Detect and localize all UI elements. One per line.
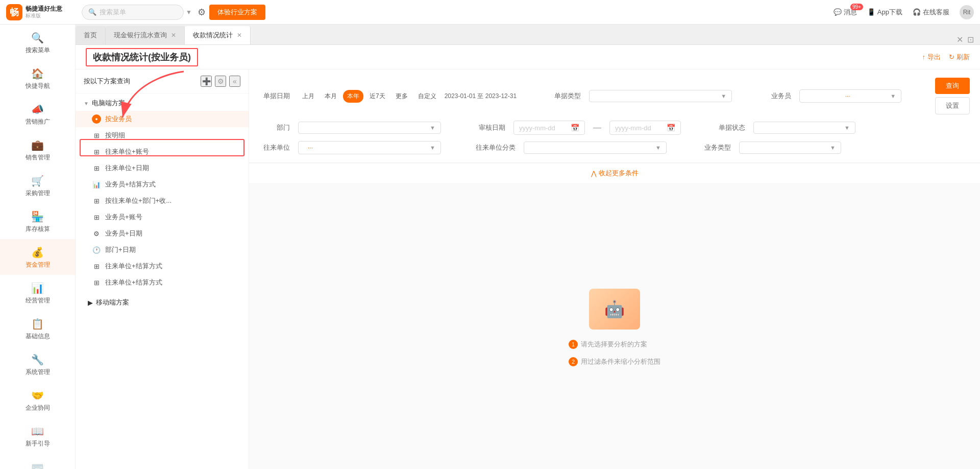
date-btn-this-year[interactable]: 本年 [343, 90, 363, 103]
search-dropdown-btn[interactable]: ▼ [184, 7, 194, 17]
business-type-select[interactable]: ▼ [739, 142, 841, 154]
scheme-item-by-detail-label: 按明细 [105, 131, 125, 140]
sidebar-item-nav[interactable]: 🏠 快捷导航 [0, 60, 75, 96]
scheme-item-unit-dept[interactable]: ⊞ 按往来单位+部门+收... [76, 193, 249, 209]
online-service-area[interactable]: 🎧 在线客服 [913, 8, 949, 17]
grid-icon-2: ⊞ [92, 147, 101, 156]
sidebar-item-marketing[interactable]: 📣 营销推广 [0, 96, 75, 132]
app-download-area[interactable]: 📱 App下载 [867, 8, 902, 17]
dept-chevron: ▼ [430, 125, 435, 131]
purchase-icon: 🛒 [31, 175, 44, 187]
date-btn-this-month[interactable]: 本月 [321, 90, 341, 103]
scheme-item-unit-settle1[interactable]: ⊞ 往来单位+结算方式 [76, 258, 249, 274]
date-btn-custom[interactable]: 自定义 [414, 90, 440, 103]
scheme-item-unit-dept-label: 按往来单位+部门+收... [105, 196, 172, 205]
voucher-status-select[interactable]: ▼ [753, 122, 855, 134]
staff-more-btn[interactable]: ··· [845, 92, 850, 100]
collapse-label: 收起更多条件 [599, 169, 639, 178]
guide-icon: 📖 [31, 425, 44, 437]
voucher-type-select[interactable]: ▼ [589, 90, 732, 102]
page-actions: ↑ 导出 ↻ 刷新 [922, 53, 970, 62]
tab-receipt[interactable]: 收款情况统计 ✕ [185, 26, 251, 44]
sidebar-item-basic[interactable]: 📋 基础信息 [0, 311, 75, 346]
page-header: 收款情况统计(按业务员) ↑ 导出 ↻ 刷新 [76, 45, 980, 69]
messages-area[interactable]: 💬 消息 99+ [834, 8, 857, 17]
calendar-to-icon[interactable]: 📅 [667, 124, 675, 132]
tab-home-label: 首页 [84, 31, 97, 40]
scheme-item-staff-settle-label: 业务员+结算方式 [105, 180, 156, 189]
date-btn-more[interactable]: 更多 [391, 90, 412, 103]
counterpart-classify-select[interactable]: ▼ [524, 142, 667, 154]
export-label: 导出 [927, 53, 941, 62]
dept-select[interactable]: ▼ [298, 122, 441, 134]
counterpart-select[interactable]: ··· ▼ [298, 141, 441, 154]
scheme-header-label: 按以下方案查询 [84, 77, 130, 86]
tab-right-controls: ✕ ⊡ [950, 35, 980, 44]
desktop-group-label: 电脑端方案 [92, 99, 125, 108]
tab-bank-close[interactable]: ✕ [171, 32, 176, 39]
scheme-item-unit-date[interactable]: ⊞ 往来单位+日期 [76, 160, 249, 176]
scheme-collapse-btn[interactable]: « [229, 76, 240, 87]
collapse-row[interactable]: ⋀ 收起更多条件 [249, 163, 980, 183]
mobile-group-header[interactable]: ▶ 移动端方案 [76, 295, 249, 310]
mobile-scheme-group: ▶ 移动端方案 [76, 293, 249, 312]
group-expand-arrow: ▼ [84, 101, 89, 106]
calendar-from-icon[interactable]: 📅 [571, 124, 579, 132]
filter-section: 单据日期 上月 本月 本年 近7天 更多 自定义 2023-01-01 至 20… [249, 69, 980, 163]
scheme-settings-btn[interactable]: ⚙ [215, 76, 226, 87]
voucher-status-chevron: ▼ [844, 125, 850, 131]
sidebar-item-search[interactable]: 🔍 搜索菜单 [0, 25, 75, 60]
scheme-item-by-detail[interactable]: ⊞ 按明细 [76, 127, 249, 144]
review-date-from-value: yyyy-mm-dd [519, 124, 555, 132]
scheme-item-unit-account-label: 往来单位+账号 [105, 147, 149, 156]
sidebar-item-hardware[interactable]: ⌨️ 智能硬件 [0, 454, 75, 469]
scheme-item-unit-account[interactable]: ⊞ 往来单位+账号 [76, 144, 249, 160]
scheme-item-staff-date-label: 业务员+日期 [105, 229, 142, 238]
review-date-from[interactable]: yyyy-mm-dd 📅 [513, 121, 585, 135]
date-btn-last-month[interactable]: 上月 [298, 90, 318, 103]
add-scheme-btn[interactable]: ➕ [201, 76, 212, 87]
scheme-item-staff-account[interactable]: ⊞ 业务员+账号 [76, 209, 249, 225]
user-avatar[interactable]: Rit [960, 5, 974, 19]
export-btn[interactable]: ↑ 导出 [922, 53, 941, 62]
maximize-window-icon[interactable]: ⊡ [967, 35, 974, 44]
scheme-item-unit-settle2[interactable]: ⊞ 往来单位+结算方式 [76, 274, 249, 291]
step-2-text: 用过滤条件来缩小分析范围 [581, 355, 660, 368]
sidebar-item-system[interactable]: 🔧 系统管理 [0, 346, 75, 382]
step-2-num: 2 [569, 357, 578, 366]
settings-icon[interactable]: ⚙ [194, 5, 209, 20]
app-download-label: App下载 [877, 8, 902, 17]
sidebar-item-operations[interactable]: 📊 经营管理 [0, 275, 75, 311]
sidebar-item-finance[interactable]: 💰 资金管理 [0, 239, 75, 275]
step-1-num: 1 [569, 340, 578, 349]
settings-button[interactable]: 设置 [935, 97, 970, 114]
search-box[interactable]: 🔍 搜索菜单 [82, 5, 184, 20]
review-date-to[interactable]: yyyy-mm-dd 📅 [609, 121, 681, 135]
tab-receipt-close[interactable]: ✕ [237, 32, 242, 39]
date-btn-7days[interactable]: 近7天 [365, 90, 389, 103]
counterpart-classify-label: 往来单位分类 [470, 143, 516, 152]
tab-home[interactable]: 首页 [76, 26, 106, 44]
refresh-btn[interactable]: ↻ 刷新 [949, 53, 970, 62]
scheme-item-dept-date[interactable]: 🕐 部门+日期 [76, 242, 249, 258]
sidebar-item-purchase[interactable]: 🛒 采购管理 [0, 168, 75, 203]
scheme-item-staff-date[interactable]: ⚙ 业务员+日期 [76, 225, 249, 242]
sidebar-item-corp[interactable]: 🤝 企业协同 [0, 382, 75, 418]
nav-icon: 🏠 [31, 67, 44, 80]
close-window-icon[interactable]: ✕ [957, 35, 963, 44]
right-panel: 单据日期 上月 本月 本年 近7天 更多 自定义 2023-01-01 至 20… [249, 69, 980, 469]
desktop-group-header[interactable]: ▼ 电脑端方案 [76, 96, 249, 111]
refresh-icon: ↻ [949, 53, 954, 61]
tab-bank[interactable]: 现金银行流水查询 ✕ [106, 26, 185, 44]
scheme-item-by-staff[interactable]: ● 按业务员 [76, 111, 249, 127]
trial-button[interactable]: 体验行业方案 [209, 5, 265, 20]
empty-state-area: 🤖 1 请先选择要分析的方案 2 用过滤条件来缩小分析范围 [249, 183, 980, 469]
sidebar-item-inventory[interactable]: 🏪 库存核算 [0, 203, 75, 239]
scheme-item-staff-settle[interactable]: 📊 业务员+结算方式 [76, 176, 249, 193]
query-button[interactable]: 查询 [935, 78, 970, 94]
sidebar-item-guide[interactable]: 📖 新手引导 [0, 418, 75, 454]
staff-select[interactable]: ··· ▼ [799, 89, 901, 103]
sidebar-item-sales[interactable]: 💼 销售管理 [0, 132, 75, 168]
sales-icon: 💼 [31, 139, 44, 151]
counterpart-more-btn[interactable]: ··· [308, 144, 313, 151]
